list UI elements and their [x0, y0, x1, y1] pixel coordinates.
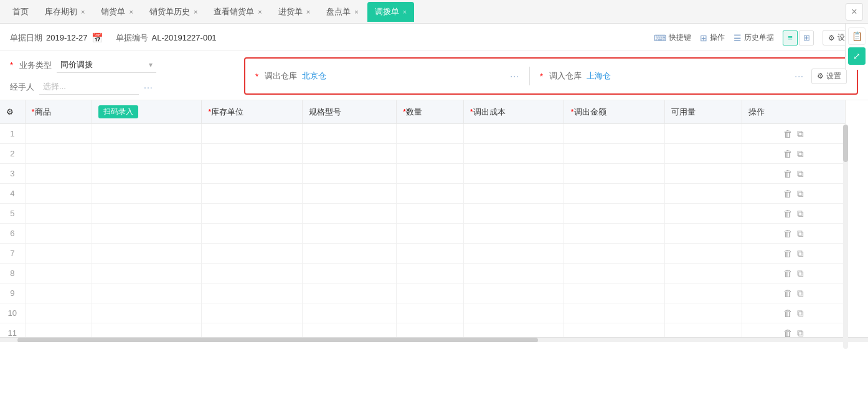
- row-amount-4[interactable]: [564, 184, 665, 204]
- row-delete-2[interactable]: 🗑: [783, 148, 793, 159]
- row-amount-9[interactable]: [564, 283, 665, 303]
- notes-button[interactable]: 📋: [848, 27, 866, 45]
- row-quantity-10[interactable]: [397, 303, 464, 323]
- row-unit-2[interactable]: [202, 144, 303, 164]
- tab-view-sales[interactable]: 查看销货单 ×: [206, 2, 269, 22]
- calendar-icon[interactable]: 📅: [92, 32, 103, 44]
- row-amount-2[interactable]: [564, 144, 665, 164]
- row-amount-1[interactable]: [564, 124, 665, 144]
- row-cost-6[interactable]: [463, 224, 564, 244]
- row-delete-4[interactable]: 🗑: [783, 188, 793, 199]
- warehouse-settings-button[interactable]: ⚙ 设置: [811, 69, 847, 84]
- tab-stock-check[interactable]: 盘点单 ×: [319, 2, 366, 22]
- row-copy-2[interactable]: ⧉: [797, 148, 804, 159]
- row-product-6[interactable]: [25, 224, 92, 244]
- row-delete-1[interactable]: 🗑: [783, 128, 793, 139]
- row-quantity-8[interactable]: [397, 264, 464, 283]
- row-spec-8[interactable]: [302, 264, 396, 283]
- row-unit-5[interactable]: [202, 204, 303, 224]
- tab-home[interactable]: 首页: [5, 2, 36, 22]
- row-product-5[interactable]: [25, 204, 92, 224]
- row-copy-7[interactable]: ⧉: [797, 248, 804, 259]
- row-delete-5[interactable]: 🗑: [783, 208, 793, 219]
- row-spec-5[interactable]: [302, 204, 396, 224]
- row-unit-3[interactable]: [202, 164, 303, 184]
- row-unit-8[interactable]: [202, 264, 303, 283]
- row-unit-11[interactable]: [202, 323, 303, 338]
- handler-more[interactable]: ···: [144, 82, 153, 92]
- row-copy-4[interactable]: ⧉: [797, 188, 804, 199]
- tab-purchase-order[interactable]: 进货单 ×: [271, 2, 318, 22]
- row-product-3[interactable]: [25, 164, 92, 184]
- row-product-11[interactable]: [25, 323, 92, 338]
- row-delete-11[interactable]: 🗑: [783, 328, 793, 338]
- layout-toggle-list[interactable]: ≡: [783, 31, 798, 45]
- row-spec-9[interactable]: [302, 283, 396, 303]
- row-copy-5[interactable]: ⧉: [797, 208, 804, 219]
- row-unit-9[interactable]: [202, 283, 303, 303]
- row-product-8[interactable]: [25, 264, 92, 283]
- row-quantity-9[interactable]: [397, 283, 464, 303]
- tab-stock-check-close[interactable]: ×: [354, 8, 358, 16]
- tab-transfer-order-close[interactable]: ×: [403, 8, 407, 16]
- row-copy-10[interactable]: ⧉: [797, 308, 804, 318]
- row-product-9[interactable]: [25, 283, 92, 303]
- expand-button[interactable]: ⤢: [848, 47, 866, 65]
- layout-toggle-grid[interactable]: ⊞: [799, 31, 814, 45]
- row-delete-3[interactable]: 🗑: [783, 168, 793, 179]
- row-product-2[interactable]: [25, 144, 92, 164]
- row-quantity-1[interactable]: [397, 124, 464, 144]
- in-warehouse-more[interactable]: ···: [795, 71, 804, 81]
- row-copy-3[interactable]: ⧉: [797, 168, 804, 179]
- row-product-4[interactable]: [25, 184, 92, 204]
- row-cost-4[interactable]: [463, 184, 564, 204]
- tab-purchase-order-close[interactable]: ×: [306, 8, 310, 16]
- row-copy-11[interactable]: ⧉: [797, 328, 804, 338]
- row-delete-6[interactable]: 🗑: [783, 228, 793, 239]
- row-spec-11[interactable]: [302, 323, 396, 338]
- row-amount-11[interactable]: [564, 323, 665, 338]
- row-copy-8[interactable]: ⧉: [797, 268, 804, 278]
- row-cost-3[interactable]: [463, 164, 564, 184]
- tab-sales-history-close[interactable]: ×: [194, 8, 197, 16]
- row-quantity-3[interactable]: [397, 164, 464, 184]
- row-quantity-5[interactable]: [397, 204, 464, 224]
- row-spec-3[interactable]: [302, 164, 396, 184]
- row-quantity-6[interactable]: [397, 224, 464, 244]
- row-cost-9[interactable]: [463, 283, 564, 303]
- row-amount-10[interactable]: [564, 303, 665, 323]
- row-spec-7[interactable]: [302, 244, 396, 264]
- row-quantity-4[interactable]: [397, 184, 464, 204]
- bottom-scrollbar[interactable]: [0, 337, 868, 342]
- row-delete-9[interactable]: 🗑: [783, 288, 793, 298]
- history-button[interactable]: ☰ 历史单据: [734, 32, 774, 43]
- row-cost-1[interactable]: [463, 124, 564, 144]
- tab-sales-order-close[interactable]: ×: [129, 8, 133, 16]
- tab-inventory-init[interactable]: 库存期初 ×: [37, 2, 92, 22]
- row-unit-7[interactable]: [202, 244, 303, 264]
- row-quantity-2[interactable]: [397, 144, 464, 164]
- row-product-1[interactable]: [25, 124, 92, 144]
- col-gear[interactable]: ⚙: [0, 100, 25, 124]
- row-spec-2[interactable]: [302, 144, 396, 164]
- row-product-10[interactable]: [25, 303, 92, 323]
- row-cost-5[interactable]: [463, 204, 564, 224]
- row-amount-7[interactable]: [564, 244, 665, 264]
- row-spec-4[interactable]: [302, 184, 396, 204]
- business-type-select[interactable]: 同价调拨 ▾: [57, 57, 156, 73]
- operations-button[interactable]: ⊞ 操作: [700, 32, 725, 43]
- tab-inventory-init-close[interactable]: ×: [81, 8, 85, 16]
- row-cost-8[interactable]: [463, 264, 564, 283]
- tab-sales-order[interactable]: 销货单 ×: [93, 2, 140, 22]
- row-unit-1[interactable]: [202, 124, 303, 144]
- row-quantity-7[interactable]: [397, 244, 464, 264]
- vertical-scrollbar-thumb[interactable]: [843, 125, 848, 162]
- row-cost-10[interactable]: [463, 303, 564, 323]
- row-amount-8[interactable]: [564, 264, 665, 283]
- row-cost-7[interactable]: [463, 244, 564, 264]
- row-copy-9[interactable]: ⧉: [797, 288, 804, 298]
- row-unit-10[interactable]: [202, 303, 303, 323]
- out-warehouse-more[interactable]: ···: [510, 71, 519, 81]
- row-spec-1[interactable]: [302, 124, 396, 144]
- row-quantity-11[interactable]: [397, 323, 464, 338]
